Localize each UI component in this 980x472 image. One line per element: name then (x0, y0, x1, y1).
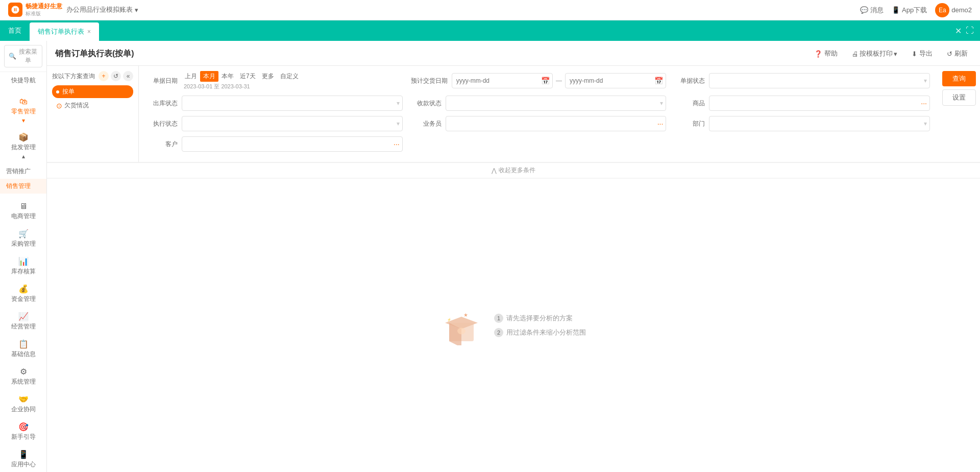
dept-select[interactable] (709, 116, 930, 131)
sidebar-sub-marketing[interactable]: 营销推广 (0, 164, 46, 179)
export-btn[interactable]: ⬇ 导出 (908, 47, 937, 60)
operation-icon: 📈 (18, 312, 29, 321)
product-more-icon[interactable]: ··· (921, 99, 927, 107)
tab-expand-icon[interactable]: ⛶ (966, 26, 974, 35)
empty-content: ★ ⚡ 1 请先选择要分析的方案 2 用过滤条件来缩小分析范围 (441, 304, 586, 347)
filter-field-status: 单据状态 ▾ (674, 73, 930, 88)
header-app-name[interactable]: 办公用品行业模拟账表 ▾ (66, 5, 138, 14)
export-label: 导出 (919, 49, 933, 58)
brand-logo: 畅捷通好生意 标准版 (8, 3, 62, 17)
salesman-more-icon[interactable]: ··· (657, 120, 664, 128)
date-tab-custom[interactable]: 自定义 (277, 71, 302, 82)
system-label: 系统管理 (11, 377, 36, 386)
refresh-btn[interactable]: ↺ 刷新 (943, 47, 972, 60)
date-tab-thismonth[interactable]: 本月 (200, 71, 218, 82)
tab-active[interactable]: 销售订单执行表 × (30, 22, 99, 41)
right-btns: 查询 设置 (938, 66, 980, 162)
help-btn[interactable]: ❓ 帮助 (810, 47, 842, 60)
collapse-bar[interactable]: ⋀ 收起更多条件 (47, 162, 980, 178)
scheme-actions: + ↺ « (99, 71, 133, 81)
customer-more-icon[interactable]: ··· (394, 140, 400, 148)
message-action[interactable]: 💬 消息 (860, 6, 884, 15)
finance-label: 资金管理 (11, 295, 36, 303)
date-tab-lastmonth[interactable]: 上月 (182, 71, 200, 82)
scheme-active-label: 按单 (62, 87, 75, 96)
salesman-input[interactable] (446, 116, 667, 131)
filter-field-receipt: 收款状态 ▾ (411, 96, 667, 111)
sidebar-item-system[interactable]: ⚙ 系统管理 (0, 363, 46, 390)
sidebar-item-operation[interactable]: 📈 经营管理 (0, 308, 46, 335)
search-menu-btn[interactable]: 🔍 搜索菜单 (4, 45, 42, 67)
sidebar-item-purchase[interactable]: 🛒 采购管理 (0, 225, 46, 252)
date-tab-more[interactable]: 更多 (259, 71, 277, 82)
inventory-label: 库存核算 (11, 267, 36, 276)
sidebar-item-newguide[interactable]: 🎯 新手引导 (0, 418, 46, 445)
tab-home[interactable]: 首页 (0, 20, 30, 41)
purchase-icon: 🛒 (18, 229, 29, 239)
sidebar-item-quicknav[interactable]: 快捷导航 (0, 72, 46, 89)
filter-section: 按以下方案查询 + ↺ « 按单 ⊙ 欠货情况 (47, 66, 980, 178)
header-left: 畅捷通好生意 标准版 办公用品行业模拟账表 ▾ (8, 3, 138, 17)
scheme-add-btn[interactable]: + (99, 71, 109, 81)
filter-row-4: 客户 ··· (147, 136, 930, 152)
scheme-collapse-btn[interactable]: « (123, 71, 133, 81)
filter-field-salesman: 业务员 ··· (411, 116, 667, 131)
outbound-select[interactable] (182, 96, 403, 111)
product-input[interactable] (709, 96, 930, 111)
empty-hints: 1 请先选择要分析的方案 2 用过滤条件来缩小分析范围 (494, 314, 586, 337)
enterprise-icon: 🤝 (18, 394, 29, 404)
system-icon: ⚙ (20, 367, 27, 376)
filter-field-date: 单据日期 上月 本月 本年 近7天 更多 自定义 (147, 71, 403, 90)
scheme-item-active[interactable]: 按单 (52, 85, 133, 98)
refresh-label: 刷新 (954, 49, 968, 58)
sidebar-item-wholesale[interactable]: 📦 批发管理 ▴ (0, 128, 46, 164)
scheme-reset-btn[interactable]: ↺ (111, 71, 121, 81)
page-title: 销售订单执行表(按单) (55, 49, 134, 64)
wholesale-icon: 📦 (18, 132, 29, 142)
sidebar-item-basic[interactable]: 📋 基础信息 (0, 335, 46, 363)
newguide-label: 新手引导 (11, 433, 36, 441)
sidebar-item-inventory[interactable]: 📊 库存核算 (0, 252, 46, 280)
svg-point-5 (457, 327, 465, 334)
sidebar-item-retail[interactable]: 🛍 零售管理 ▾ (0, 93, 46, 128)
dept-label: 部门 (674, 120, 705, 128)
user-action[interactable]: Ea demo2 (935, 3, 972, 17)
status-select[interactable] (709, 73, 930, 88)
sidebar-item-appcenter[interactable]: 📱 应用中心 (0, 445, 46, 472)
empty-box-svg: ★ ⚡ (441, 304, 482, 345)
tab-close-icon[interactable]: ✕ (955, 26, 962, 36)
empty-hint-2: 2 用过滤条件来缩小分析范围 (494, 328, 586, 337)
settings-btn[interactable]: 设置 (942, 89, 976, 106)
hint-num-1: 1 (494, 314, 503, 323)
retail-arrow: ▾ (22, 117, 25, 124)
print-icon: 🖨 (852, 50, 859, 58)
filter-field-outbound: 出库状态 ▾ (147, 96, 403, 111)
sidebar-sub-sales[interactable]: 销售管理 (0, 179, 46, 194)
query-btn[interactable]: 查询 (942, 71, 976, 86)
app-download-action[interactable]: 📱 App下载 (892, 6, 927, 15)
scheme-sub-debt[interactable]: ⊙ 欠货情况 (52, 99, 133, 112)
empty-icon-wrap: ★ ⚡ (441, 304, 482, 347)
help-icon: ❓ (814, 50, 822, 58)
tab-close-btn[interactable]: × (87, 28, 91, 35)
receipt-select[interactable] (446, 96, 667, 111)
brand-name: 畅捷通好生意 (26, 3, 62, 10)
date-tab-thisyear[interactable]: 本年 (218, 71, 237, 82)
forecast-to-input[interactable] (565, 73, 666, 88)
ecommerce-label: 电商管理 (11, 212, 36, 221)
customer-input[interactable] (182, 136, 403, 152)
wholesale-arrow: ▴ (22, 153, 25, 160)
execute-select[interactable] (182, 116, 403, 131)
forecast-from-input[interactable] (452, 73, 553, 88)
sidebar-item-finance[interactable]: 💰 资金管理 (0, 280, 46, 308)
salesman-label: 业务员 (411, 120, 442, 128)
sidebar-item-enterprise[interactable]: 🤝 企业协同 (0, 390, 46, 418)
message-icon: 💬 (860, 6, 868, 14)
brand-subtitle: 标准版 (26, 10, 62, 17)
print-btn[interactable]: 🖨 按模板打印 ▾ (848, 47, 901, 60)
retail-label: 零售管理 (11, 107, 36, 116)
collapse-arrow: ⋀ (492, 167, 497, 174)
date-tab-7days[interactable]: 近7天 (237, 71, 259, 82)
filter-field-execute: 执行状态 ▾ (147, 116, 403, 131)
sidebar-item-ecommerce[interactable]: 🖥 电商管理 (0, 198, 46, 225)
